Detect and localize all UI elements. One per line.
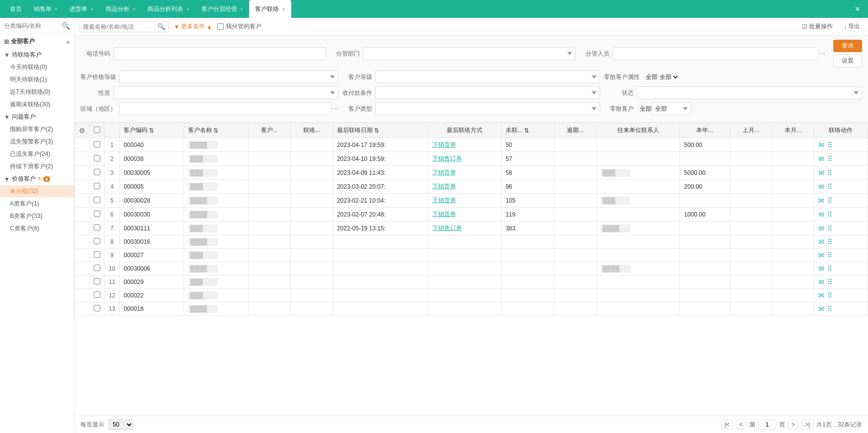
row-checkbox[interactable] — [94, 224, 100, 231]
bulk-ops-button[interactable]: ☑ 批量操作 — [799, 21, 836, 32]
sidebar-item-class-c[interactable]: C类客户(6) — [0, 222, 74, 235]
collapse-icon[interactable]: « — [66, 38, 70, 46]
more-action-icon[interactable]: ⠿ — [827, 155, 832, 163]
customer-grade-select[interactable] — [375, 71, 601, 83]
col-check-cell[interactable] — [90, 138, 105, 152]
col-check-cell[interactable] — [90, 194, 105, 208]
payment-select[interactable] — [375, 86, 601, 99]
next-page-btn[interactable]: > — [788, 420, 799, 430]
col-last-date[interactable]: 最后联络日期⇅ — [333, 123, 428, 138]
row-checkbox[interactable] — [94, 155, 100, 161]
section-problem-customers[interactable]: ▼ 问题客户 — [0, 111, 74, 123]
chat-action-icon[interactable]: ✉ — [818, 291, 824, 299]
price-grade-select[interactable] — [119, 71, 338, 83]
section-value-customers[interactable]: ▼ 价值客户 ↻ ● — [0, 173, 74, 185]
settings-icon[interactable]: ⚙ — [79, 127, 85, 135]
more-action-icon[interactable]: ⠿ — [827, 238, 832, 246]
col-check-cell[interactable] — [90, 302, 105, 316]
col-settings[interactable]: ⚙ — [75, 123, 90, 138]
page-input[interactable] — [758, 420, 776, 430]
more-action-icon[interactable]: ⠿ — [827, 224, 832, 232]
my-customers-checkbox[interactable] — [217, 23, 224, 30]
row-checkbox[interactable] — [94, 211, 100, 217]
col-check-cell[interactable] — [90, 289, 105, 302]
col-check-cell[interactable] — [90, 276, 105, 289]
row-checkbox[interactable] — [94, 169, 100, 175]
row-checkbox[interactable] — [94, 251, 100, 258]
value-refresh-icon[interactable]: ↻ — [38, 176, 42, 182]
status-select[interactable] — [637, 86, 862, 99]
sidebar-item-class-a[interactable]: A类客户(1) — [0, 198, 74, 210]
sidebar-item-tomorrow[interactable]: 明天待联络(1) — [0, 73, 74, 86]
col-name[interactable]: 客户名称⇅ — [184, 123, 249, 138]
more-action-icon[interactable]: ⠿ — [827, 291, 832, 299]
chat-action-icon[interactable]: ✉ — [818, 183, 824, 191]
export-button[interactable]: ↓ 导出 — [841, 21, 863, 32]
sidebar-search-input[interactable] — [4, 22, 62, 29]
contact-method-link[interactable]: 下销货单 — [432, 211, 456, 217]
col-check-cell[interactable] — [90, 249, 105, 262]
region-dots[interactable]: ··· — [332, 104, 338, 113]
col-check-cell[interactable] — [90, 152, 105, 166]
nav-sales[interactable]: 销售单 × — [28, 0, 64, 18]
col-check-cell[interactable] — [90, 208, 105, 221]
chat-action-icon[interactable]: ✉ — [818, 265, 824, 273]
nav-goods-analysis-list[interactable]: 商品分析列表 × — [141, 0, 195, 18]
customer-type-select[interactable] — [375, 102, 601, 115]
close-goods-analysis[interactable]: × — [133, 6, 135, 12]
staff-dots[interactable]: ··· — [819, 49, 825, 58]
retail-attr-select[interactable]: 全部 — [658, 73, 679, 81]
my-customers-check[interactable]: 我分管的客户 — [217, 22, 262, 31]
nav-customer-tier[interactable]: 客户分层经营 × — [196, 0, 249, 18]
more-action-icon[interactable]: ⠿ — [827, 141, 832, 149]
row-checkbox[interactable] — [94, 291, 100, 298]
chat-action-icon[interactable]: ✉ — [818, 211, 824, 218]
more-action-icon[interactable]: ⠿ — [827, 251, 832, 259]
gender-select[interactable] — [113, 86, 338, 99]
more-action-icon[interactable]: ⠿ — [827, 197, 832, 205]
row-checkbox[interactable] — [94, 183, 100, 189]
retail-customer-select[interactable]: 全部 — [652, 102, 691, 115]
close-all-tabs[interactable]: × — [851, 4, 864, 14]
row-checkbox[interactable] — [94, 238, 100, 244]
more-action-icon[interactable]: ⠿ — [827, 278, 832, 286]
col-code[interactable]: 客户编码⇅ — [120, 123, 184, 138]
contact-method-link[interactable]: 下销货单 — [432, 169, 456, 176]
sidebar-item-lost[interactable]: 已流失客户(24) — [0, 148, 74, 160]
contact-method-link[interactable]: 下销售订单 — [432, 155, 462, 162]
more-action-icon[interactable]: ⠿ — [827, 169, 832, 177]
chat-action-icon[interactable]: ✉ — [818, 141, 824, 149]
row-checkbox[interactable] — [94, 265, 100, 271]
sidebar-item-ungrouped[interactable]: 未分组(32) — [0, 185, 74, 198]
prev-page-btn[interactable]: < — [736, 420, 746, 430]
filter-search-icon[interactable]: 🔍 — [157, 23, 165, 30]
chat-action-icon[interactable]: ✉ — [818, 238, 824, 246]
more-action-icon[interactable]: ⠿ — [827, 305, 832, 313]
col-check-cell[interactable] — [90, 235, 105, 249]
more-action-icon[interactable]: ⠿ — [827, 211, 832, 218]
chat-action-icon[interactable]: ✉ — [818, 169, 824, 177]
nav-goods-analysis[interactable]: 商品分析 × — [100, 0, 141, 18]
section-pending-contact[interactable]: ▼ 待联络客户 — [0, 49, 74, 61]
sidebar-item-abnormal[interactable]: 囤购异常客户(2) — [0, 123, 74, 136]
contact-method-link[interactable]: 下销售订单 — [432, 224, 462, 231]
close-customer-contact[interactable]: × — [282, 6, 285, 12]
sidebar-search-icon[interactable]: 🔍 — [62, 22, 70, 30]
more-action-icon[interactable]: ⠿ — [827, 183, 832, 191]
sidebar-item-today[interactable]: 今天待联络(0) — [0, 61, 74, 73]
contact-method-link[interactable]: 下销货单 — [432, 183, 456, 190]
sidebar-item-warning[interactable]: 流失预警客户(3) — [0, 136, 74, 148]
row-checkbox[interactable] — [94, 278, 100, 285]
chat-action-icon[interactable]: ✉ — [818, 278, 824, 286]
row-checkbox[interactable] — [94, 141, 100, 147]
contact-method-link[interactable]: 下销货单 — [432, 197, 456, 204]
first-page-btn[interactable]: |< — [721, 420, 733, 430]
contact-method-link[interactable]: 下销货单 — [432, 141, 456, 148]
sidebar-item-overdue[interactable]: 逾期未联络(30) — [0, 98, 74, 111]
col-check-cell[interactable] — [90, 166, 105, 180]
dept-select[interactable] — [363, 47, 576, 60]
row-checkbox[interactable] — [94, 197, 100, 203]
close-purchase[interactable]: × — [90, 6, 93, 12]
nav-customer-contact[interactable]: 客户联络 × — [249, 0, 291, 18]
last-page-btn[interactable]: >| — [801, 420, 813, 430]
